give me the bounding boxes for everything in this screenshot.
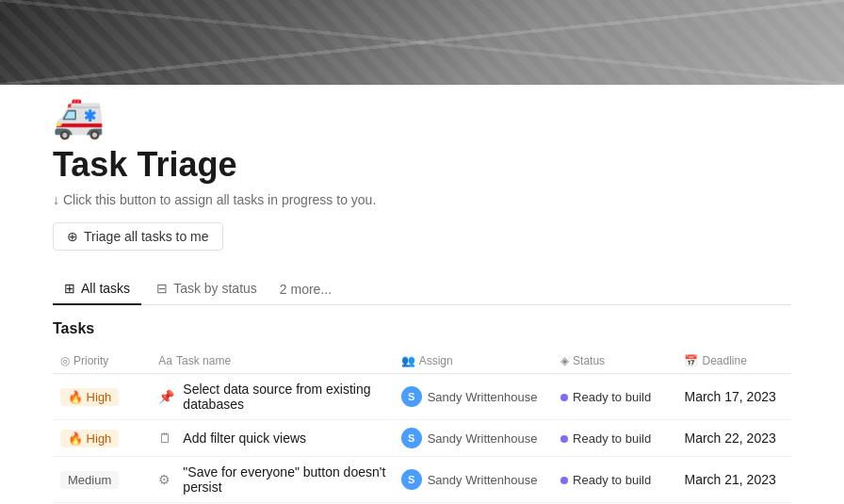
status-label: Ready to build [573,431,651,446]
assign-cell: SSandy Writtenhouse [394,457,553,503]
tab-task-by-status-label: Task by status [173,281,257,296]
tasks-section: Tasks ◎ Priority Aa Task name [53,305,791,504]
task-name-cell: ⚙"Save for everyone" button doesn't pers… [151,457,393,503]
page-subtitle: ↓ Click this button to assign all tasks … [53,192,791,207]
deadline-cell: March 21, 2023 [676,457,791,503]
page-title: Task Triage [53,145,791,185]
task-name-cell: 📌Select data source from existing databa… [151,374,393,420]
status-dot [560,477,568,484]
assign-cell: SSandy Writtenhouse [394,420,553,457]
priority-badge-high: 🔥 High [60,388,119,406]
subtitle-arrow: ↓ [53,192,59,207]
avatar: S [401,428,422,448]
status-cell: Ready to build [553,374,676,420]
page-icon: 🚑 [53,96,844,138]
col-header-assign: 👥 Assign [394,349,553,374]
deadline-cell: March 17, 2023 [676,374,791,420]
avatar: S [401,386,422,407]
status-cell: Ready to build [553,420,676,457]
task-type-icon: 🗒 [158,431,175,446]
deadline-col-icon: 📅 [684,354,698,367]
avatar: S [401,469,422,490]
tab-task-by-status-icon: ⊟ [156,281,168,296]
taskname-col-icon: Aa [158,354,172,367]
tab-task-by-status[interactable]: ⊟ Task by status [145,273,268,305]
task-name-cell: 🗒Add filter quick views [151,420,393,457]
task-name-label: Select data source from existing databas… [183,382,385,412]
hero-banner [0,0,844,85]
triage-button-label: Triage all tasks to me [84,229,209,244]
tab-all-tasks[interactable]: ⊞ All tasks [53,273,141,305]
status-dot [560,435,568,443]
subtitle-text: Click this button to assign all tasks in… [63,192,376,207]
col-header-taskname: Aa Task name [151,349,393,374]
status-cell: Ready to build [553,457,676,503]
task-type-icon: ⚙ [158,472,175,487]
tab-all-tasks-icon: ⊞ [64,281,75,296]
table-row[interactable]: 🔥 High🗒Add filter quick viewsSSandy Writ… [53,420,791,457]
assign-col-icon: 👥 [401,354,415,367]
tab-more[interactable]: 2 more... [272,274,339,304]
assignee-name: Sandy Writtenhouse [428,431,538,446]
tasks-table: ◎ Priority Aa Task name 👥 Assign [53,349,791,504]
status-label: Ready to build [573,390,651,404]
task-name-label: Add filter quick views [183,431,306,446]
assignee-name: Sandy Writtenhouse [428,390,538,404]
table-row[interactable]: 🔥 High📌Select data source from existing … [53,374,791,420]
assign-cell: SSandy Writtenhouse [394,374,553,420]
priority-badge-high: 🔥 High [60,430,119,447]
priority-cell: 🔥 High [53,420,151,457]
deadline-cell: March 22, 2023 [676,420,791,457]
priority-badge-medium: Medium [60,471,119,489]
triage-icon: ⊕ [67,229,78,244]
task-name-label: "Save for everyone" button doesn't persi… [183,464,385,495]
status-col-icon: ◈ [560,354,569,367]
assignee-name: Sandy Writtenhouse [428,473,538,487]
col-header-deadline: 📅 Deadline [676,349,791,374]
priority-cell: Medium [53,457,151,503]
table-row[interactable]: Medium⚙"Save for everyone" button doesn'… [53,457,791,503]
status-dot [560,394,568,401]
tasks-section-title: Tasks [53,320,791,337]
triage-all-tasks-button[interactable]: ⊕ Triage all tasks to me [53,222,223,251]
col-header-status: ◈ Status [553,349,676,374]
status-label: Ready to build [573,473,651,487]
tab-bar: ⊞ All tasks ⊟ Task by status 2 more... [53,273,791,305]
priority-cell: 🔥 High [53,374,151,420]
task-type-icon: 📌 [158,389,175,404]
tab-all-tasks-label: All tasks [81,281,130,296]
priority-col-icon: ◎ [60,354,70,367]
col-header-priority: ◎ Priority [53,349,151,374]
